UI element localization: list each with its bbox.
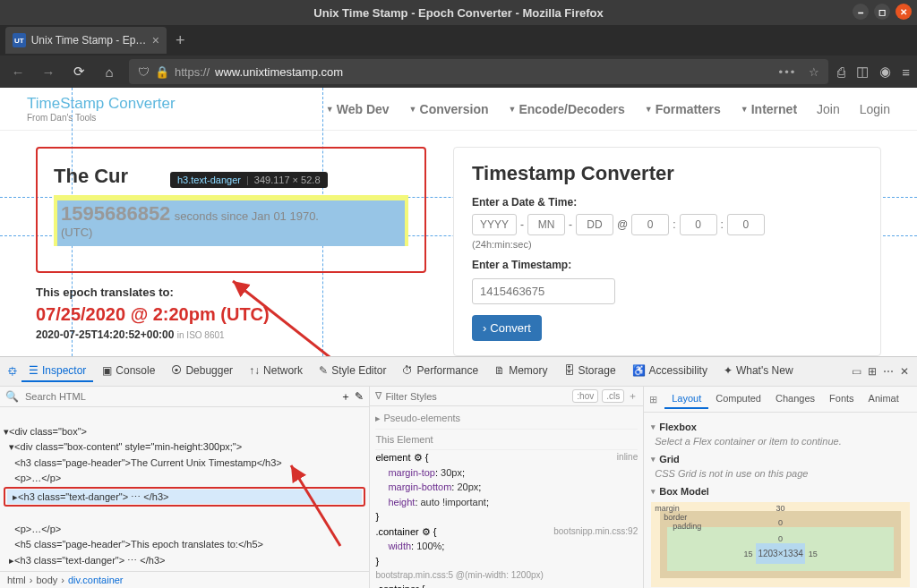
caret-down-icon: ▼ bbox=[645, 105, 653, 114]
responsive-icon[interactable]: ▭ bbox=[849, 365, 863, 378]
nav-formatters[interactable]: ▼Formatters bbox=[645, 102, 721, 116]
subtab-layout[interactable]: Layout bbox=[664, 389, 708, 409]
caret-down-icon: ▼ bbox=[509, 105, 517, 114]
tab-close-icon[interactable]: × bbox=[152, 33, 159, 47]
window-title: Unix Time Stamp - Epoch Converter - Mozi… bbox=[313, 6, 603, 20]
tab-console[interactable]: ▣ Console bbox=[95, 361, 162, 382]
tab-memory[interactable]: 🗎 Memory bbox=[487, 361, 554, 382]
inspector-tooltip: h3.text-danger | 349.117 × 52.8 bbox=[170, 172, 328, 188]
subtab-animations[interactable]: Animat bbox=[861, 389, 906, 409]
nav-login[interactable]: Login bbox=[860, 102, 890, 116]
window-controls: ‒ ◻ ✕ bbox=[853, 4, 912, 20]
date-label: Enter a Date & Time: bbox=[472, 196, 862, 209]
subtab-changes[interactable]: Changes bbox=[768, 389, 822, 409]
account-icon[interactable]: ◉ bbox=[879, 64, 891, 80]
search-icon: 🔍 bbox=[5, 390, 19, 403]
eyedropper-icon[interactable]: ✎ bbox=[355, 390, 364, 403]
tab-accessibility[interactable]: ♿ Accessibility bbox=[625, 361, 715, 382]
menu-icon[interactable]: ≡ bbox=[902, 64, 910, 80]
timestamp-input[interactable] bbox=[472, 278, 615, 304]
nav-conversion[interactable]: ▼Conversion bbox=[409, 102, 489, 116]
address-bar[interactable]: 🛡 🔒 https://www.unixtimestamp.com ••• ☆ bbox=[129, 59, 828, 84]
translates-label: This epoch translates to: bbox=[36, 285, 426, 299]
tooltip-dimensions: 349.117 × 52.8 bbox=[254, 175, 321, 185]
toolbar: ← → ⟳ ⌂ 🛡 🔒 https://www.unixtimestamp.co… bbox=[0, 55, 917, 88]
shield-icon: 🛡 bbox=[138, 65, 150, 79]
year-input[interactable] bbox=[472, 214, 517, 235]
url-host: www.unixtimestamp.com bbox=[215, 65, 343, 79]
dock-icon[interactable]: ⊞ bbox=[865, 365, 879, 378]
bookmark-icon[interactable]: ☆ bbox=[809, 65, 819, 79]
pick-element-icon[interactable]: ⯐ bbox=[5, 365, 20, 378]
home-button[interactable]: ⌂ bbox=[99, 61, 120, 82]
minimize-button[interactable]: ‒ bbox=[853, 4, 869, 20]
chevron-right-icon: › bbox=[483, 321, 486, 335]
convert-button[interactable]: › Convert bbox=[472, 315, 542, 341]
sidebar-icon[interactable]: ◫ bbox=[856, 64, 869, 80]
close-button[interactable]: ✕ bbox=[896, 4, 912, 20]
selected-dom-node: ▸<h3 class="text-danger"> ⋯ </h3> bbox=[7, 490, 362, 505]
subtab-computed[interactable]: Computed bbox=[708, 389, 768, 409]
browser-tab[interactable]: UT Unix Time Stamp - Epoc… × bbox=[5, 27, 167, 54]
site-tagline: From Dan's Tools bbox=[27, 113, 176, 123]
maximize-button[interactable]: ◻ bbox=[874, 4, 890, 20]
back-button[interactable]: ← bbox=[7, 61, 29, 82]
reload-button[interactable]: ⟳ bbox=[68, 61, 90, 82]
more-icon[interactable]: ⋯ bbox=[881, 365, 896, 378]
element-highlight: 1595686852 seconds since Jan 01 1970. (U… bbox=[57, 200, 405, 246]
subtab-fonts[interactable]: Fonts bbox=[822, 389, 861, 409]
margin-highlight: 1595686852 seconds since Jan 01 1970. (U… bbox=[54, 195, 408, 246]
minute-input[interactable] bbox=[680, 214, 717, 235]
annotation-box: The Current Unix Timestamp h3.text-dange… bbox=[36, 147, 426, 273]
tab-style-editor[interactable]: ✎ Style Editor bbox=[312, 361, 393, 382]
filter-styles-input[interactable] bbox=[385, 391, 569, 402]
tab-title: Unix Time Stamp - Epoc… bbox=[31, 34, 147, 47]
day-input[interactable] bbox=[576, 214, 613, 235]
timestamp-label: Enter a Timestamp: bbox=[472, 259, 862, 271]
lock-icon: 🔒 bbox=[155, 65, 169, 79]
tab-performance[interactable]: ⏱ Performance bbox=[395, 361, 485, 382]
nav-internet[interactable]: ▼Internet bbox=[741, 102, 797, 116]
html-search-input[interactable] bbox=[22, 388, 337, 405]
tab-whatsnew[interactable]: ✦ What's New bbox=[716, 361, 801, 382]
library-icon[interactable]: ⎙ bbox=[837, 64, 845, 80]
translated-date: 07/25/2020 @ 2:20pm (UTC) bbox=[36, 304, 426, 325]
month-input[interactable] bbox=[527, 214, 565, 235]
devtools-tabs: ⯐ ☰ Inspector ▣ Console ⦿ Debugger ↑↓ Ne… bbox=[0, 357, 917, 387]
breadcrumb[interactable]: html › body › div.container bbox=[0, 571, 369, 588]
site-logo[interactable]: TimeStamp Converter bbox=[27, 95, 176, 113]
tab-debugger[interactable]: ⦿ Debugger bbox=[164, 361, 240, 382]
seconds-label: seconds since Jan 01 1970. bbox=[175, 209, 319, 223]
tooltip-selector: h3.text-danger bbox=[177, 175, 241, 185]
nav-webdev[interactable]: ▼Web Dev bbox=[326, 102, 390, 116]
dom-tree[interactable]: ▾<div class="box"> ▾<div class="box-cont… bbox=[0, 407, 369, 571]
css-rules[interactable]: ▸ Pseudo-elements This Element element ⚙… bbox=[370, 406, 643, 588]
clock-note: (24h:min:sec) bbox=[472, 239, 862, 250]
current-timestamp: 1595686852 bbox=[61, 202, 170, 225]
layout-toggle-icon[interactable]: ⊞ bbox=[649, 394, 657, 405]
second-input[interactable] bbox=[727, 214, 765, 235]
hov-toggle[interactable]: :hov bbox=[572, 389, 598, 403]
caret-down-icon: ▼ bbox=[741, 105, 749, 114]
add-icon[interactable]: ＋ bbox=[340, 389, 351, 405]
nav-links: ▼Web Dev ▼Conversion ▼Encode/Decoders ▼F… bbox=[326, 102, 890, 116]
tab-network[interactable]: ↑↓ Network bbox=[242, 361, 310, 382]
new-tab-button[interactable]: + bbox=[176, 31, 185, 50]
devtools-close-icon[interactable]: ✕ bbox=[897, 365, 912, 378]
hour-input[interactable] bbox=[631, 214, 669, 235]
nav-join[interactable]: Join bbox=[817, 102, 840, 116]
iso-date: 2020-07-25T14:20:52+00:00 in ISO 8601 bbox=[36, 328, 426, 341]
cls-toggle[interactable]: .cls bbox=[602, 389, 624, 403]
boxmodel-heading[interactable]: Box Model bbox=[651, 486, 910, 497]
tab-inspector[interactable]: ☰ Inspector bbox=[21, 361, 93, 382]
page-actions-icon[interactable]: ••• bbox=[779, 65, 797, 79]
nav-encode[interactable]: ▼Encode/Decoders bbox=[509, 102, 625, 116]
grid-heading[interactable]: Grid bbox=[651, 454, 910, 464]
add-rule-icon[interactable]: ＋ bbox=[628, 389, 638, 403]
url-scheme: https:// bbox=[175, 65, 210, 79]
caret-down-icon: ▼ bbox=[326, 105, 334, 114]
converter-heading: Timestamp Converter bbox=[472, 162, 862, 185]
tab-storage[interactable]: 🗄 Storage bbox=[557, 361, 623, 382]
html-panel: 🔍 ＋ ✎ ▾<div class="box"> ▾<div class="bo… bbox=[0, 387, 370, 588]
flexbox-heading[interactable]: Flexbox bbox=[651, 422, 910, 432]
